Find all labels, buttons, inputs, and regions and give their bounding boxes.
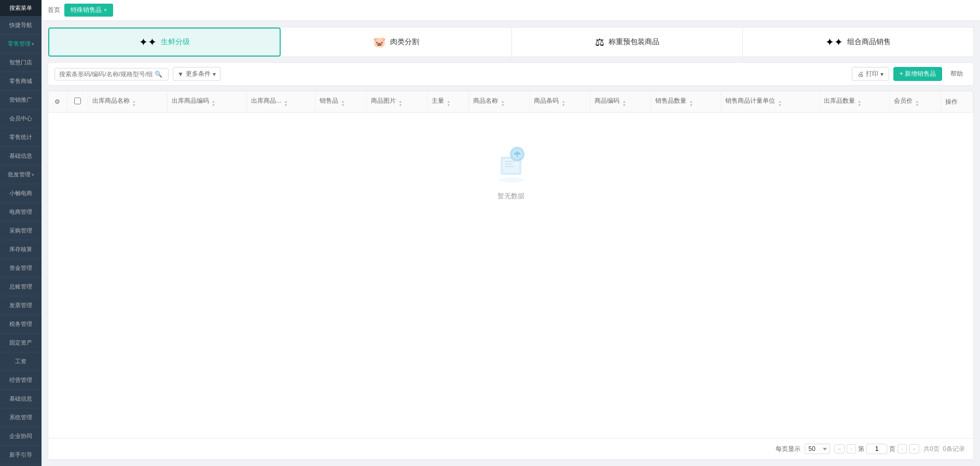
toolbar-left: 🔍 ▼ 更多条件 ▾ [54,67,220,81]
print-icon: 🖨 [858,71,864,78]
sidebar-item-wholesale-mgmt[interactable]: 批发管理 ▾ [0,166,42,184]
sidebar-item-fixed-assets[interactable]: 固定资产 [0,334,42,352]
per-page-select[interactable]: 50 10 20 100 [805,444,830,454]
th-product-name[interactable]: 商品名称 ▲▼ [469,91,530,113]
page-total: 共0页 0条记录 [923,445,965,454]
sidebar-item-salary[interactable]: 工资 [0,352,42,371]
sidebar-item-basic-info2[interactable]: 基础信息 [0,390,42,408]
sort-icon-2: ▲▼ [212,100,215,107]
sort-icon-4: ▲▼ [341,100,344,107]
sidebar-item-retail-mall[interactable]: 零售商城 [0,72,42,91]
sidebar-item-purchase-mgmt[interactable]: 采购管理 [0,222,42,240]
sort-icon-13: ▲▼ [915,100,919,107]
th-out-name[interactable]: 出库商品名称 ▲▼ [88,91,167,113]
column-settings-icon[interactable]: ⚙ [54,98,60,105]
sort-icon-9: ▲▼ [623,100,626,107]
sort-icon-6: ▲▼ [447,100,450,107]
sidebar-item-stock-check[interactable]: 库存核算 [0,240,42,259]
sidebar-item-retail-stats[interactable]: 零售统计 [0,128,42,147]
sidebar-logo[interactable]: 搜索菜单 [0,0,42,16]
cat-tab-weight-package[interactable]: ⚖ 称重预包装商品 [512,28,743,57]
sidebar-item-tax-mgmt[interactable]: 税务管理 [0,315,42,334]
empty-state: 暂无数据 [48,113,973,232]
sidebar: 搜索菜单 快捷导航 零售管理 ▾ 智慧门店 零售商城 营销推广 会员中心 零售统… [0,0,42,466]
cat-tab-weight-package-label: 称重预包装商品 [609,37,659,47]
main-content: 首页 特殊销售品 × ✦✦ 生鲜分级 🐷 肉类分割 ⚖ 称重预包装商品 ✦✦ 组… [42,0,980,466]
th-sale-qty[interactable]: 销售品数量 ▲▼ [651,91,721,113]
print-arrow-icon: ▾ [880,71,884,78]
empty-icon [490,144,532,185]
sidebar-item-ecom-mgmt[interactable]: 电商管理 [0,203,42,222]
sidebar-item-basic-info[interactable]: 基础信息 [0,147,42,166]
print-button[interactable]: 🖨 打印 ▾ [852,67,889,81]
add-button[interactable]: + 新增销售品 [893,67,942,81]
first-page-button[interactable]: « [834,444,845,454]
page-label: 第 [858,445,864,454]
per-page-label: 每页显示 [776,445,800,454]
sidebar-item-biz-mgmt[interactable]: 经营管理 [0,371,42,390]
add-button-label: + 新增销售品 [900,70,936,78]
category-tabs: ✦✦ 生鲜分级 🐷 肉类分割 ⚖ 称重预包装商品 ✦✦ 组合商品销售 [48,27,974,57]
cat-tab-combo-sales[interactable]: ✦✦ 组合商品销售 [743,28,973,57]
sidebar-item-retail-mgmt[interactable]: 零售管理 ▾ [0,35,42,53]
th-member-price[interactable]: 会员价 ▲▼ [890,91,941,113]
th-sale-item[interactable]: 销售品 ▲▼ [315,91,367,113]
th-main-weight[interactable]: 主量 ▲▼ [427,91,469,113]
sort-icon-10: ▲▼ [689,100,693,107]
search-box: 🔍 [54,68,169,80]
sidebar-item-fund-mgmt[interactable]: 资金管理 [0,259,42,278]
page-number-input[interactable] [866,444,887,454]
cat-tab-meat-cut[interactable]: 🐷 肉类分割 [281,28,512,57]
th-out-spec[interactable]: 出库商品... ▲▼ [247,91,315,113]
search-input[interactable] [59,71,153,78]
th-checkbox [67,91,88,113]
search-icon[interactable]: 🔍 [155,71,162,78]
th-product-img[interactable]: 商品图片 ▲▼ [366,91,427,113]
weight-package-icon: ⚖ [595,36,604,48]
sidebar-item-smart-store[interactable]: 智慧门店 [0,53,42,72]
sidebar-item-new-guide[interactable]: 新手引导 [0,446,42,464]
th-action: 操作 [941,91,973,113]
filter-button[interactable]: ▼ 更多条件 ▾ [173,67,220,81]
th-product-code[interactable]: 商品编码 ▲▼ [590,91,651,113]
sidebar-item-invoice-mgmt[interactable]: 发票管理 [0,296,42,315]
svg-point-0 [498,177,524,183]
prev-page-button[interactable]: ‹ [847,444,856,454]
sidebar-item-member-center[interactable]: 会员中心 [0,109,42,128]
combo-sales-icon: ✦✦ [825,36,843,48]
sort-icon: ▲▼ [132,100,136,107]
page-nav: « ‹ 第 页 › » [834,444,919,454]
help-button[interactable]: 帮助 [946,67,967,80]
th-out-qty[interactable]: 出库品数量 ▲▼ [819,91,889,113]
empty-illustration [490,144,532,185]
th-sale-unit[interactable]: 销售商品计量单位 ▲▼ [721,91,820,113]
filter-arrow-icon: ▾ [213,71,216,78]
next-page-button[interactable]: › [898,444,907,454]
sort-icon-3: ▲▼ [284,100,287,107]
fresh-grade-icon: ✦✦ [139,36,157,48]
table-container: ⚙ 出库商品名称 ▲▼ 出库商品编码 ▲▼ [48,91,974,460]
sidebar-item-sales-promo[interactable]: 营销推广 [0,91,42,109]
table-wrap: ⚙ 出库商品名称 ▲▼ 出库商品编码 ▲▼ [48,91,973,438]
last-page-button[interactable]: » [909,444,919,454]
toolbar-right: 🖨 打印 ▾ + 新增销售品 帮助 [852,67,967,81]
sidebar-item-quick-nav[interactable]: 快捷导航 [0,16,42,35]
sort-icon-5: ▲▼ [398,100,402,107]
sort-icon-12: ▲▼ [858,100,861,107]
sort-icon-11: ▲▼ [778,100,782,107]
cat-tab-fresh-grade[interactable]: ✦✦ 生鲜分级 [48,28,281,57]
select-all-checkbox[interactable] [74,98,81,104]
chevron-down-icon-2: ▾ [32,172,34,177]
sidebar-item-mini-ecom[interactable]: 小畅电商 [0,184,42,203]
th-settings: ⚙ [48,91,67,113]
pagination: 每页显示 50 10 20 100 « ‹ 第 页 › » 共0页 [48,438,973,459]
topbar-tab-close[interactable]: × [104,7,107,13]
topbar-tab-label: 特殊销售品 [71,6,102,15]
th-out-code[interactable]: 出库商品编码 ▲▼ [167,91,246,113]
topbar-active-tab[interactable]: 特殊销售品 × [64,4,113,17]
sidebar-item-company-agreement[interactable]: 企业协同 [0,427,42,446]
sidebar-item-sys-mgmt[interactable]: 系统管理 [0,408,42,427]
topbar-home-link[interactable]: 首页 [48,6,60,15]
th-barcode[interactable]: 商品条码 ▲▼ [530,91,590,113]
sidebar-item-ledger-mgmt[interactable]: 总账管理 [0,278,42,296]
